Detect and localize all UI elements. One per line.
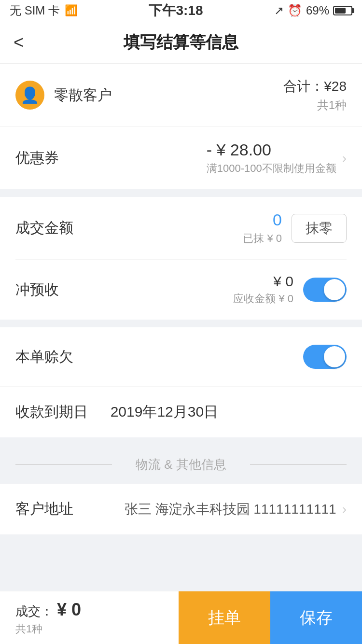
debt-section: 本单赊欠 收款到期日 2019年12月30日 [0, 327, 362, 437]
battery-percent: 69% [306, 4, 329, 17]
avatar: 👤 [15, 81, 44, 110]
debt-toggle-knob [324, 346, 345, 367]
debt-toggle[interactable] [303, 345, 347, 369]
status-left: 无 SIM 卡 📶 [10, 3, 78, 18]
prepay-label: 冲预收 [15, 280, 59, 300]
coupon-discount: - ¥ 28.00 [207, 140, 336, 159]
bottom-deal-amount: ¥ 0 [57, 600, 81, 620]
address-label: 客户地址 [15, 499, 73, 519]
prepay-right: ¥ 0 应收金额 ¥ 0 [233, 273, 347, 306]
bottom-deal-label: 成交： [15, 603, 53, 620]
address-value: 张三 海淀永丰科技园 11111111111 [87, 500, 336, 518]
customer-row: 👤 零散客户 合计：¥28 共1种 [0, 64, 362, 126]
status-bar: 无 SIM 卡 📶 下午3:18 ↗ ⏰ 69% [0, 0, 362, 21]
address-section: 客户地址 张三 海淀永丰科技园 11111111111 › [0, 484, 362, 534]
deal-amount-row: 成交金额 0 已抹 ¥ 0 抹零 [15, 197, 347, 260]
prepay-receivable: 应收金额 ¥ 0 [233, 292, 293, 306]
due-date-row: 收款到期日 2019年12月30日 [0, 387, 362, 437]
prepay-row: 冲预收 ¥ 0 应收金额 ¥ 0 [15, 260, 347, 320]
deal-amount-value: 0 [273, 210, 282, 229]
bottom-buttons: 挂单 保存 [179, 591, 362, 644]
address-chevron-icon: › [342, 502, 347, 517]
chevron-right-icon: › [342, 151, 347, 166]
customer-total: 合计：¥28 [283, 77, 347, 96]
customer-name: 零散客户 [54, 85, 112, 105]
alarm-icon: ⏰ [288, 4, 302, 17]
due-date-spacer [92, 404, 106, 420]
deal-amount-label: 成交金额 [15, 218, 73, 238]
due-date-label: 收款到期日 [15, 404, 88, 420]
back-button[interactable]: < [14, 32, 24, 53]
carrier-label: 无 SIM 卡 [10, 3, 60, 18]
bottom-info: 成交： ¥ 0 共1种 [0, 600, 179, 636]
bottom-count: 共1种 [15, 622, 163, 636]
prepay-amount: ¥ 0 [273, 273, 293, 290]
wifi-icon: 📶 [65, 4, 78, 17]
status-right: ↗ ⏰ 69% [274, 4, 352, 17]
rounded-note: 已抹 ¥ 0 [243, 231, 282, 246]
avatar-icon: 👤 [20, 86, 40, 104]
deal-amount-right: 0 已抹 ¥ 0 抹零 [243, 210, 347, 246]
customer-count: 共1种 [283, 98, 347, 113]
hang-button[interactable]: 挂单 [179, 591, 270, 644]
nav-bar: < 填写结算等信息 [0, 21, 362, 64]
customer-left: 👤 零散客户 [15, 81, 112, 110]
bottom-deal-row: 成交： ¥ 0 [15, 600, 163, 620]
customer-section: 👤 零散客户 合计：¥28 共1种 优惠券 - ¥ 28.00 满1000-10… [0, 64, 362, 189]
toggle-knob [324, 279, 345, 300]
prepay-toggle[interactable] [303, 278, 347, 302]
battery-icon [333, 6, 352, 15]
coupon-desc: 满1000-100不限制使用金额 [207, 161, 336, 176]
logistics-separator: 物流 & 其他信息 [0, 445, 362, 484]
debt-label: 本单赊欠 [15, 347, 73, 367]
save-button[interactable]: 保存 [270, 591, 362, 644]
logistics-label: 物流 & 其他信息 [126, 456, 236, 473]
address-row[interactable]: 客户地址 张三 海淀永丰科技园 11111111111 › [0, 484, 362, 534]
deal-amount-col: 0 已抹 ¥ 0 [243, 210, 282, 246]
transaction-section: 成交金额 0 已抹 ¥ 0 抹零 冲预收 ¥ 0 应收金额 ¥ 0 [0, 197, 362, 320]
customer-right: 合计：¥28 共1种 [283, 77, 347, 113]
status-time: 下午3:18 [149, 1, 203, 20]
prepay-col: ¥ 0 应收金额 ¥ 0 [233, 273, 293, 306]
coupon-row[interactable]: 优惠券 - ¥ 28.00 满1000-100不限制使用金额 › [0, 126, 362, 189]
battery-fill [335, 8, 346, 14]
page-title: 填写结算等信息 [124, 31, 238, 54]
bottom-bar: 成交： ¥ 0 共1种 挂单 保存 [0, 591, 362, 644]
location-icon: ↗ [274, 4, 284, 17]
coupon-right: - ¥ 28.00 满1000-100不限制使用金额 › [207, 140, 347, 176]
coupon-label: 优惠券 [15, 148, 59, 168]
debt-row: 本单赊欠 [0, 327, 362, 387]
round-off-button[interactable]: 抹零 [292, 214, 347, 243]
coupon-info: - ¥ 28.00 满1000-100不限制使用金额 [207, 140, 336, 176]
due-date-value: 2019年12月30日 [111, 404, 218, 420]
